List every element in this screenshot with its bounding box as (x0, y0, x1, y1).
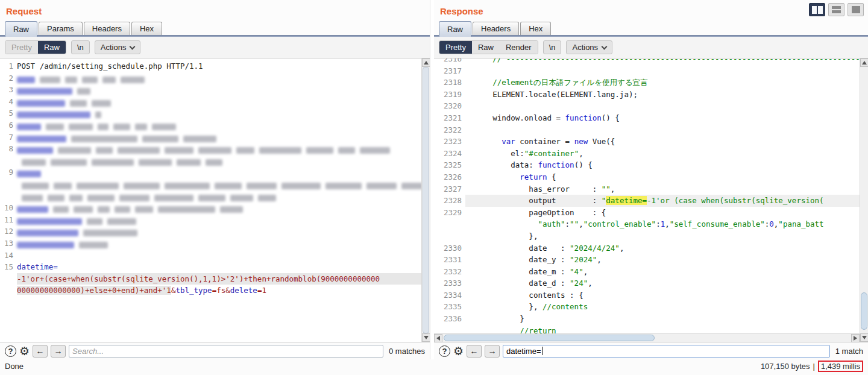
layout-single-button[interactable] (848, 3, 864, 16)
response-vertical-scrollbar[interactable] (860, 58, 868, 342)
gear-icon[interactable]: ⚙ (453, 345, 464, 357)
panel-divider[interactable] (430, 0, 434, 359)
redacted-text (121, 77, 145, 83)
code-line: 14 (2, 250, 421, 262)
newline-toggle-button[interactable]: \n (543, 40, 562, 54)
raw-button[interactable]: Raw (472, 41, 500, 54)
help-icon[interactable]: ? (5, 345, 16, 357)
code-line: 2324 el:"#container", (436, 148, 860, 160)
line-number: 2319 (436, 89, 462, 101)
response-toolbar: Pretty Raw Render \n Actions (434, 37, 868, 58)
pretty-button[interactable]: Pretty (5, 41, 38, 54)
redacted-text (22, 159, 46, 166)
code-line: 1POST /admin/setting_schedule.php HTTP/1… (2, 60, 421, 72)
scroll-thumb[interactable] (861, 292, 867, 330)
redacted-text (230, 195, 253, 201)
render-button[interactable]: Render (500, 41, 538, 54)
tab-label: Raw (447, 25, 463, 34)
pretty-button[interactable]: Pretty (439, 41, 472, 54)
scroll-down-button[interactable] (860, 333, 868, 342)
scroll-thumb[interactable] (423, 67, 429, 333)
metrics-separator: | (813, 362, 815, 371)
line-number: 2333 (436, 277, 462, 289)
redacted-text (259, 147, 301, 154)
redacted-text (54, 183, 72, 189)
code-line: 10 (2, 202, 421, 214)
response-view-toggle: Pretty Raw Render (439, 40, 538, 54)
code-line: 2321 window.onload = function() { (436, 112, 860, 124)
line-number: 14 (2, 250, 13, 262)
line-number (2, 178, 13, 191)
request-view-toggle: Pretty Raw (5, 40, 66, 54)
help-icon[interactable]: ? (439, 345, 450, 357)
redacted-text (96, 147, 113, 154)
response-tabs: Raw Headers Hex (434, 21, 868, 35)
line-number: 2324 (436, 148, 462, 160)
redacted-text (158, 206, 215, 213)
tab-response-headers[interactable]: Headers (473, 22, 519, 35)
gear-icon[interactable]: ⚙ (19, 345, 30, 357)
redacted-text (177, 159, 201, 166)
layout-columns-button[interactable] (809, 3, 825, 16)
next-match-button[interactable]: → (485, 345, 500, 358)
request-vertical-scrollbar[interactable] (421, 58, 430, 342)
request-panel: Request Raw Params Headers Hex Pretty Ra… (0, 0, 430, 359)
redacted-text (40, 77, 60, 83)
line-number: 3 (2, 84, 13, 96)
actions-button[interactable]: Actions (566, 40, 612, 54)
tab-request-params[interactable]: Params (39, 22, 83, 35)
scroll-up-icon (862, 61, 867, 65)
redacted-text (17, 77, 35, 83)
code-line: 2320 (436, 100, 860, 112)
tab-response-raw[interactable]: Raw (439, 21, 471, 37)
layout-rows-button[interactable] (828, 3, 844, 16)
response-horizontal-scrollbar[interactable] (434, 333, 860, 342)
scroll-down-button[interactable] (422, 333, 430, 342)
line-number: 2320 (436, 100, 462, 112)
actions-button[interactable]: Actions (95, 40, 141, 54)
next-match-button[interactable]: → (51, 345, 66, 358)
tab-label: Hex (529, 24, 542, 33)
tab-response-hex[interactable]: Hex (520, 22, 551, 35)
scroll-up-button[interactable] (860, 58, 868, 67)
code-line: 2329 pageOption : { (436, 207, 860, 219)
scroll-left-button[interactable] (434, 334, 442, 342)
line-number: 1 (2, 60, 13, 72)
scroll-track[interactable] (442, 334, 851, 342)
request-content: 1POST /admin/setting_schedule.php HTTP/1… (0, 58, 430, 342)
scroll-right-button[interactable] (851, 334, 860, 342)
tab-strip (0, 35, 430, 37)
response-editor[interactable]: 2316 // --------------------------------… (434, 58, 860, 333)
code-line: 6 (2, 119, 421, 131)
redacted-text (48, 195, 64, 201)
request-editor[interactable]: 1POST /admin/setting_schedule.php HTTP/1… (0, 58, 421, 342)
redacted-text (183, 136, 216, 142)
code-line: //return (436, 325, 860, 333)
code-line (2, 178, 421, 191)
request-search-input[interactable]: Search... (69, 345, 383, 358)
redacted-text (247, 183, 277, 189)
raw-button[interactable]: Raw (38, 41, 66, 54)
scroll-track[interactable] (860, 67, 868, 333)
scroll-thumb[interactable] (444, 335, 655, 341)
previous-match-button[interactable]: ← (33, 345, 48, 358)
scroll-track[interactable] (422, 67, 430, 333)
response-search-input[interactable]: datetime= (503, 345, 830, 358)
line-number (2, 155, 13, 167)
redacted-text (165, 147, 193, 154)
tab-label: Params (47, 24, 74, 33)
line-number: 2330 (436, 242, 462, 254)
redacted-text (46, 124, 64, 130)
tab-request-hex[interactable]: Hex (131, 22, 162, 35)
search-query: datetime= (506, 347, 541, 356)
search-placeholder: Search... (72, 347, 104, 356)
tab-request-raw[interactable]: Raw (5, 21, 37, 37)
previous-match-button[interactable]: ← (467, 345, 482, 358)
tab-request-headers[interactable]: Headers (84, 22, 130, 35)
newline-toggle-button[interactable]: \n (71, 40, 90, 54)
redacted-text (17, 112, 90, 118)
scroll-up-button[interactable] (422, 58, 430, 67)
redacted-text (17, 136, 66, 142)
line-number (436, 325, 462, 333)
line-number: 11 (2, 214, 13, 226)
